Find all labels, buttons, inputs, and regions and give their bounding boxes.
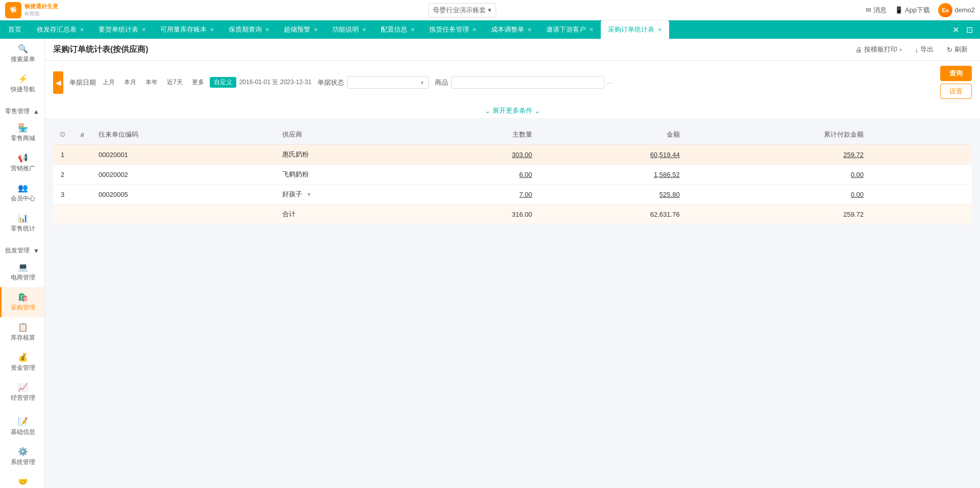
td-empty-3 (870, 185, 972, 204)
shortcut-this-year[interactable]: 本年 (142, 77, 161, 88)
tab-kuyuncun[interactable]: 可用量库存账本 ✕ (153, 20, 222, 39)
inventory-icon: 📋 (18, 322, 28, 332)
td-supplier-code-2: 00020002 (92, 165, 276, 185)
tab-gongneng[interactable]: 功能说明 ✕ (325, 20, 374, 39)
td-footer-quantity: 316.00 (423, 204, 538, 224)
tab-close-icon[interactable]: ✕ (80, 27, 84, 33)
tab-close-icon[interactable]: ✕ (527, 27, 532, 33)
expand-more-btn[interactable]: ⌄ 展开更多条件 ⌄ (485, 106, 540, 115)
tab-close-icon[interactable]: ✕ (313, 27, 318, 33)
sidebar-item-operation[interactable]: 📈 经营管理 (0, 377, 44, 407)
sidebar-item-ecommerce[interactable]: 💻 电商管理 (0, 257, 44, 287)
tab-chaochu[interactable]: 超储预警 ✕ (277, 20, 325, 39)
tab-home[interactable]: 首页 (0, 20, 30, 39)
tab-shoufayuhui[interactable]: 收发存汇总表 ✕ (30, 20, 91, 39)
th-settings[interactable]: ⚙ (53, 125, 72, 145)
user-profile[interactable]: Ea demo2 (938, 3, 975, 17)
filter-collapse-btn[interactable]: ◀ (53, 71, 63, 94)
maximize-window-btn[interactable]: ⊡ (963, 23, 976, 37)
td-seq-1: 1 (53, 145, 72, 165)
td-amount-2[interactable]: 1,586.52 (538, 165, 686, 185)
goods-input[interactable] (451, 76, 604, 89)
table-row: 2 00020002 飞鹤奶粉 6.00 (53, 165, 972, 185)
workspace-selector[interactable]: 母婴行业演示账套 ▾ (428, 3, 496, 17)
shortcut-this-month[interactable]: 本月 (120, 77, 140, 88)
chevron-down-icon: ▼ (33, 247, 39, 254)
tab-peizhi[interactable]: 配置信息 ✕ (374, 20, 422, 39)
td-supplier-code-1: 00020001 (92, 145, 276, 165)
th-supplier-name: 供应商 (276, 125, 423, 145)
td-supplier-name-1: 惠氏奶粉 (276, 145, 423, 165)
query-btn[interactable]: 查询 (940, 66, 972, 81)
tab-yaohuo[interactable]: 要货单统计表 ✕ (91, 20, 153, 39)
messages-btn[interactable]: ✉ 消息 (866, 6, 887, 15)
shortcut-last-month[interactable]: 上月 (99, 77, 118, 88)
refresh-icon: ↻ (947, 46, 952, 54)
td-supplier-code-3: 00020005 (92, 185, 276, 204)
system-icon: ⚙️ (18, 447, 28, 456)
sidebar-item-retailstat[interactable]: 📊 零售统计 (0, 208, 44, 238)
date-filter: 单据日期 上月 本月 本年 近7天 更多 自定义 2016-01-01 至 20… (69, 77, 311, 88)
more-options-icon[interactable]: ··· (606, 79, 612, 87)
td-quantity-3[interactable]: 7.00 (423, 185, 538, 204)
tab-pihuo[interactable]: 拣货任务管理 ✕ (422, 20, 484, 39)
tab-chengben[interactable]: 成本调整单 ✕ (484, 20, 539, 39)
tab-close-icon[interactable]: ✕ (472, 27, 477, 33)
tab-close-icon[interactable]: ✕ (362, 27, 366, 33)
sidebar-item-retail[interactable]: 零售管理 ▲ (0, 103, 44, 118)
tab-close-icon[interactable]: ✕ (141, 27, 146, 33)
td-amount-3[interactable]: 525.80 (538, 185, 686, 204)
tab-close-icon[interactable]: ✕ (657, 27, 662, 33)
custom-badge[interactable]: 自定义 (210, 77, 236, 88)
status-select[interactable] (347, 76, 429, 89)
refresh-btn[interactable]: ↻ 刷新 (943, 43, 972, 56)
page-content: ⚙ # 往来单位编码 供应商 主 (45, 119, 980, 488)
logo-icon: 畅 (5, 2, 21, 18)
td-paid-2[interactable]: 0.00 (686, 165, 870, 185)
settings-gear-icon[interactable]: ⚙ (59, 130, 66, 139)
export-btn[interactable]: ↓ 导出 (911, 43, 938, 56)
tab-yaoqing[interactable]: 邀请下游客户 ✕ (539, 20, 601, 39)
td-quantity-2[interactable]: 6.00 (423, 165, 538, 185)
sidebar-item-search[interactable]: 🔍 搜索菜单 (0, 39, 44, 69)
sidebar-item-finance[interactable]: 💰 资金管理 (0, 347, 44, 377)
td-empty-2 (870, 165, 972, 185)
sidebar-item-purchase[interactable]: 🛍️ 采购管理 (0, 287, 44, 317)
print-btn[interactable]: 🖨 按模板打印 ▾ (851, 43, 906, 56)
sidebar-item-retailshop[interactable]: 🏪 零售商城 (0, 118, 44, 148)
settings-btn[interactable]: 设置 (940, 84, 972, 99)
top-right-actions: ✉ 消息 📱 App下载 Ea demo2 (866, 3, 975, 17)
tab-close-icon[interactable]: ✕ (589, 27, 594, 33)
data-table: ⚙ # 往来单位编码 供应商 主 (53, 125, 972, 224)
sidebar-item-quicknav[interactable]: ⚡ 快捷导航 (0, 69, 44, 99)
td-amount-1[interactable]: 60,519.44 (538, 145, 686, 165)
td-seq-num-3 (72, 185, 92, 204)
date-range-display: 2016-01-01 至 2023-12-31 (239, 78, 311, 87)
sidebar-item-inventory[interactable]: 📋 库存核算 (0, 317, 44, 347)
td-seq-num-2 (72, 165, 92, 185)
tab-caigou[interactable]: 采购订单统计表 ✕ (601, 20, 669, 39)
close-window-btn[interactable]: ✕ (949, 23, 962, 37)
sidebar-item-wholesale[interactable]: 批发管理 ▼ (0, 242, 44, 257)
td-paid-3[interactable]: 0.00 (686, 185, 870, 204)
app-download-btn[interactable]: 📱 App下载 (895, 6, 930, 15)
sidebar-item-marketing[interactable]: 📢 营销推广 (0, 148, 44, 178)
td-seq-3: 3 (53, 185, 72, 204)
sidebar-item-basic[interactable]: 📝 基础信息 (0, 412, 44, 442)
avatar: Ea (938, 3, 952, 17)
shortcut-more[interactable]: 更多 (188, 77, 208, 88)
sidebar-item-system[interactable]: ⚙️ 系统管理 (0, 442, 44, 472)
sidebar-item-member[interactable]: 👥 会员中心 (0, 178, 44, 208)
tab-close-icon[interactable]: ✕ (265, 27, 270, 33)
basic-icon: 📝 (18, 417, 28, 426)
td-quantity-1[interactable]: 303.00 (423, 145, 538, 165)
tab-baoquan[interactable]: 保质期查询 ✕ (222, 20, 277, 39)
sidebar-item-enterprise[interactable]: 🤝 企业协同 (0, 472, 44, 488)
shortcut-7days[interactable]: 近7天 (163, 77, 186, 88)
status-filter: 单据状态 (317, 76, 429, 89)
table-footer: 合计 316.00 62,631.76 259.72 (53, 204, 972, 224)
tab-close-icon[interactable]: ✕ (410, 27, 415, 33)
td-paid-1[interactable]: 259.72 (686, 145, 870, 165)
tab-close-icon[interactable]: ✕ (210, 27, 214, 33)
table-row: 3 00020005 好孩子 ▼ 7.00 (53, 185, 972, 204)
